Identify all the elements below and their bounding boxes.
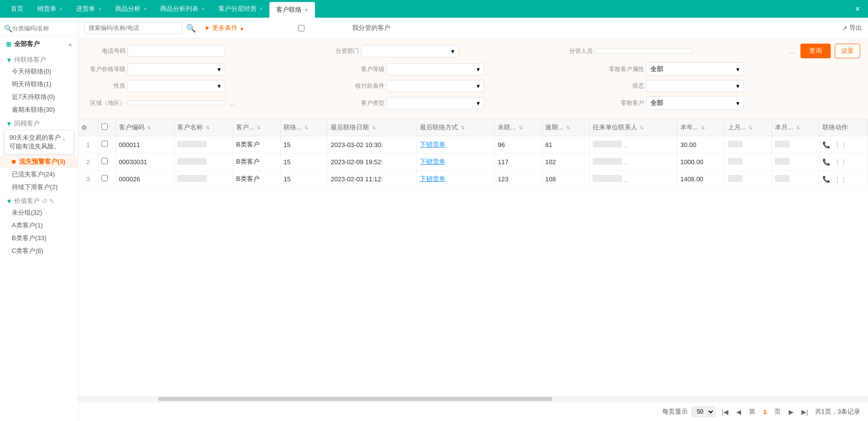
nav-sales[interactable]: 销货单 × bbox=[30, 0, 69, 18]
sidebar-group-review[interactable]: ▼ 回顾客户 bbox=[0, 116, 78, 129]
query-button[interactable]: 查询 bbox=[800, 44, 831, 58]
scrollbar-thumb[interactable] bbox=[158, 397, 552, 401]
sidebar-item-ungrouped[interactable]: 未分组(32) bbox=[0, 206, 78, 219]
th-overdue[interactable]: 逾期... ⇅ bbox=[542, 119, 590, 136]
th-last-method[interactable]: 最后联络方式 ⇅ bbox=[417, 119, 495, 136]
sidebar-collapse-button[interactable]: « bbox=[69, 41, 72, 48]
page-first-button[interactable]: |◀ bbox=[719, 407, 731, 417]
page-prev-button[interactable]: ◀ bbox=[733, 407, 744, 417]
filter-retail-attr-select[interactable]: 全部 ▾ bbox=[646, 62, 744, 76]
filter-region-select[interactable] bbox=[127, 100, 225, 105]
nav-customer-contact[interactable]: 客户联络 × bbox=[269, 2, 314, 18]
search-button[interactable]: 🔍 bbox=[186, 24, 196, 33]
th-last-month[interactable]: 上月... ⇅ bbox=[724, 119, 772, 136]
close-analysis-tab[interactable]: × bbox=[144, 6, 146, 12]
my-clients-toggle[interactable]: 我分管的客户 bbox=[252, 24, 390, 32]
filter-status-select[interactable]: ▾ bbox=[646, 80, 744, 92]
row-method-2[interactable]: 下销货单 bbox=[417, 153, 495, 171]
export-button[interactable]: ↗ 导出 bbox=[842, 24, 862, 32]
action-icons-3: 📞 ⋮⋮ bbox=[822, 175, 865, 183]
sidebar-search-input[interactable] bbox=[12, 25, 74, 32]
close-purchase-tab[interactable]: × bbox=[98, 6, 101, 12]
more-actions-icon-3[interactable]: ⋮⋮ bbox=[834, 175, 847, 183]
sidebar-item-churn-warning[interactable]: 流失预警客户(3) bbox=[0, 155, 78, 168]
th-name[interactable]: 客户名称 ⇅ bbox=[174, 119, 233, 136]
nav-analysis-list[interactable]: 商品分析列表 × bbox=[153, 0, 211, 18]
nav-analysis[interactable]: 商品分析 × bbox=[108, 0, 153, 18]
row-select-2[interactable] bbox=[101, 158, 108, 164]
nav-purchase[interactable]: 进货单 × bbox=[69, 0, 108, 18]
app-close-button[interactable]: × bbox=[851, 4, 864, 14]
settings-button[interactable]: 设置 bbox=[835, 44, 860, 58]
sidebar-group-pending[interactable]: ▼ 待联络客户 bbox=[0, 52, 78, 65]
page-next-button[interactable]: ▶ bbox=[786, 407, 796, 417]
select-all-checkbox[interactable] bbox=[101, 124, 108, 130]
region-more-button[interactable]: ... bbox=[227, 99, 237, 107]
filter-price-grade-select[interactable]: ▾ bbox=[127, 63, 225, 75]
sidebar-group-value[interactable]: ▼ 价值客户 ↺ ✎ bbox=[0, 194, 78, 206]
more-filters-button[interactable]: ▼ 更多条件 ▲ bbox=[200, 22, 248, 34]
edit-icon[interactable]: ✎ bbox=[49, 198, 54, 205]
close-analysis-list-tab[interactable]: × bbox=[201, 6, 204, 12]
th-this-year[interactable]: 本年... ⇅ bbox=[677, 119, 724, 136]
nav-customer-tier[interactable]: 客户分层经营 × bbox=[212, 0, 269, 18]
close-sales-tab[interactable]: × bbox=[59, 6, 62, 12]
th-uncontacted[interactable]: 未联... ⇅ bbox=[495, 119, 542, 136]
more-actions-icon-2[interactable]: ⋮⋮ bbox=[834, 158, 847, 166]
method-link-3[interactable]: 下销货单 bbox=[420, 175, 445, 182]
sidebar-item-declining[interactable]: 持续下滑客户(2) bbox=[0, 181, 78, 194]
sidebar-item-tomorrow[interactable]: 明天待联络(1) bbox=[0, 78, 78, 91]
row-method-3[interactable]: 下销货单 bbox=[417, 171, 495, 188]
sidebar-item-week[interactable]: 近7天待联络(0) bbox=[0, 91, 78, 103]
sidebar-item-b-class[interactable]: B类客户(33) bbox=[0, 232, 78, 245]
sidebar-all-customers[interactable]: ⊞ 全部客户 « bbox=[0, 36, 78, 52]
filter-retail-col: 零散客户 全部 ▾ bbox=[605, 96, 860, 110]
contact-icon-2[interactable]: 📞 bbox=[822, 158, 830, 166]
filter-person-select[interactable] bbox=[595, 49, 693, 53]
refresh-icon[interactable]: ↺ bbox=[42, 198, 47, 205]
method-link-2[interactable]: 下销货单 bbox=[420, 158, 445, 165]
filter-client-type-select[interactable]: ▾ bbox=[386, 97, 484, 109]
th-code[interactable]: 客户编码 ⇅ bbox=[116, 119, 174, 136]
filter-payment-select[interactable]: ▾ bbox=[386, 80, 484, 92]
method-link-1[interactable]: 下销货单 bbox=[420, 141, 445, 148]
per-page-select[interactable]: 50 bbox=[692, 406, 715, 417]
more-options-button-1[interactable]: ... bbox=[787, 48, 796, 55]
close-customer-contact-tab[interactable]: × bbox=[305, 7, 308, 13]
filter-nature-select[interactable]: ▾ bbox=[127, 80, 225, 92]
filter-retail-select[interactable]: 全部 ▾ bbox=[646, 96, 744, 110]
th-settings[interactable]: ⚙ bbox=[78, 119, 98, 136]
search-input[interactable] bbox=[84, 22, 182, 34]
sidebar-item-churned[interactable]: 已流失客户(24) bbox=[0, 168, 78, 181]
row-select-3[interactable] bbox=[101, 175, 108, 181]
blurred-this-month-3 bbox=[775, 175, 790, 182]
contact-icon-3[interactable]: 📞 bbox=[822, 175, 830, 183]
top-nav: 首页 销货单 × 进货单 × 商品分析 × 商品分析列表 × 客户分层经营 × … bbox=[0, 0, 868, 18]
filter-phone-input[interactable] bbox=[127, 45, 225, 57]
row-method-1[interactable]: 下销货单 bbox=[417, 136, 495, 153]
horizontal-scrollbar[interactable] bbox=[78, 396, 868, 402]
more-actions-icon-1[interactable]: ⋮⋮ bbox=[834, 141, 847, 149]
filter-client-grade-label: 客户等级 bbox=[345, 65, 385, 74]
sidebar-item-c-class[interactable]: C类客户(6) bbox=[0, 245, 78, 257]
th-type[interactable]: 客户... ⇅ bbox=[233, 119, 281, 136]
filter-dept-select[interactable]: ▾ bbox=[361, 45, 459, 57]
filter-client-grade-select[interactable]: ▾ bbox=[386, 63, 484, 75]
my-clients-checkbox[interactable] bbox=[252, 25, 350, 31]
row-checkbox-3[interactable] bbox=[98, 171, 116, 188]
th-checkbox[interactable] bbox=[98, 119, 116, 136]
th-last-date[interactable]: 最后联络日期 ⇅ bbox=[328, 119, 417, 136]
th-person[interactable]: 往来单位联系人 ⇅ bbox=[589, 119, 677, 136]
close-customer-tier-tab[interactable]: × bbox=[260, 6, 263, 12]
row-select-1[interactable] bbox=[101, 141, 108, 147]
sidebar-item-today[interactable]: 今天待联络(0) bbox=[0, 65, 78, 78]
sidebar-item-a-class[interactable]: A类客户(1) bbox=[0, 219, 78, 232]
page-last-button[interactable]: ▶| bbox=[798, 407, 811, 417]
th-contact[interactable]: 联络... ⇅ bbox=[280, 119, 328, 136]
sidebar-item-overdue[interactable]: 逾期未联络(30) bbox=[0, 103, 78, 116]
th-this-month[interactable]: 本月... ⇅ bbox=[772, 119, 820, 136]
row-checkbox-2[interactable] bbox=[98, 153, 116, 171]
contact-icon-1[interactable]: 📞 bbox=[822, 141, 830, 149]
nav-home[interactable]: 首页 bbox=[4, 0, 30, 18]
row-checkbox-1[interactable] bbox=[98, 136, 116, 153]
